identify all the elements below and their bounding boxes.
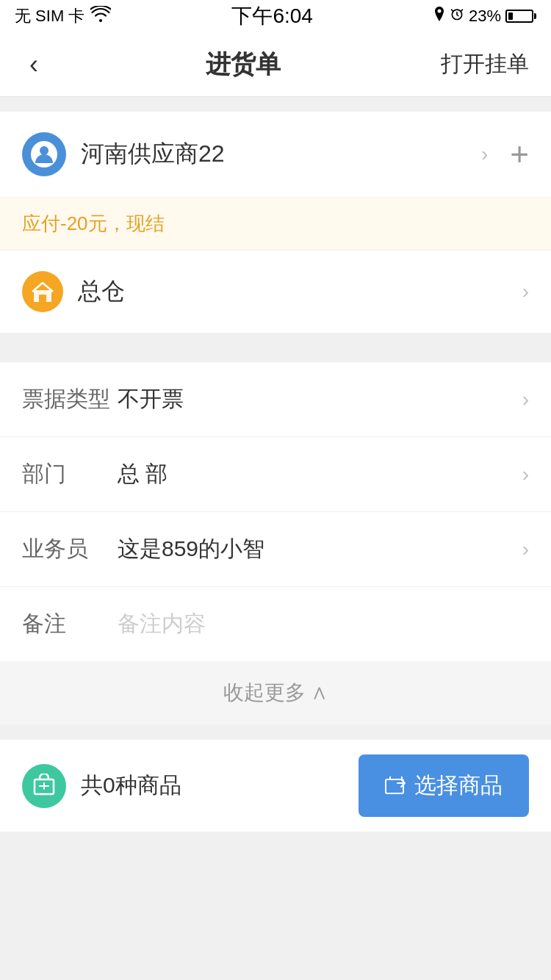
wifi-icon bbox=[90, 6, 111, 26]
invoice-value: 不开票 bbox=[118, 384, 522, 414]
supplier-section: 河南供应商22 › + 应付-20元，现结 总仓 › bbox=[0, 112, 551, 333]
dept-row[interactable]: 部门 总 部 › bbox=[0, 437, 551, 512]
status-left: 无 SIM 卡 bbox=[15, 5, 111, 27]
salesperson-arrow-icon: › bbox=[522, 538, 529, 561]
product-icon-wrap bbox=[22, 764, 66, 808]
dept-label: 部门 bbox=[22, 459, 118, 489]
section-gap-2 bbox=[0, 333, 551, 347]
status-time: 下午6:04 bbox=[231, 2, 313, 30]
open-pending-button[interactable]: 打开挂单 bbox=[441, 49, 529, 79]
product-count: 共0种商品 bbox=[81, 771, 359, 801]
cart-icon bbox=[32, 774, 57, 799]
dept-value: 总 部 bbox=[118, 459, 522, 489]
supplier-avatar bbox=[22, 132, 66, 176]
battery-percent: 23% bbox=[469, 7, 501, 26]
page-title: 进货单 bbox=[206, 48, 281, 82]
warehouse-label: 总仓 bbox=[78, 275, 522, 308]
svg-rect-4 bbox=[39, 295, 46, 302]
battery-icon bbox=[505, 10, 536, 23]
invoice-row[interactable]: 票据类型 不开票 › bbox=[0, 362, 551, 437]
dept-arrow-icon: › bbox=[522, 463, 529, 486]
notice-text: 应付-20元，现结 bbox=[22, 212, 165, 234]
collapse-row[interactable]: 收起更多 ∧ bbox=[0, 661, 551, 724]
warehouse-row[interactable]: 总仓 › bbox=[0, 250, 551, 333]
back-button[interactable]: ‹ bbox=[22, 42, 46, 87]
person-icon bbox=[34, 144, 54, 165]
svg-point-0 bbox=[437, 10, 441, 13]
notice-row: 应付-20元，现结 bbox=[0, 198, 551, 250]
remark-row[interactable]: 备注 备注内容 bbox=[0, 587, 551, 661]
remark-label: 备注 bbox=[22, 609, 118, 639]
supplier-row[interactable]: 河南供应商22 › + bbox=[0, 112, 551, 198]
warehouse-icon bbox=[31, 280, 54, 303]
invoice-label: 票据类型 bbox=[22, 384, 118, 414]
location-icon bbox=[433, 7, 445, 26]
salesperson-label: 业务员 bbox=[22, 534, 118, 564]
form-section: 票据类型 不开票 › 部门 总 部 › 业务员 这是859的小智 › 备注 备注… bbox=[0, 362, 551, 661]
warehouse-icon-wrap bbox=[22, 271, 63, 312]
status-bar: 无 SIM 卡 下午6:04 23% bbox=[0, 0, 551, 32]
select-product-label: 选择商品 bbox=[414, 771, 503, 801]
nav-bar: ‹ 进货单 打开挂单 bbox=[0, 32, 551, 97]
supplier-name: 河南供应商22 bbox=[81, 138, 481, 170]
remark-input[interactable]: 备注内容 bbox=[118, 609, 529, 639]
select-product-button[interactable]: 选择商品 bbox=[359, 754, 529, 817]
status-right: 23% bbox=[433, 7, 536, 26]
svg-point-2 bbox=[40, 146, 48, 155]
section-gap-3 bbox=[0, 724, 551, 739]
select-product-icon bbox=[385, 777, 407, 796]
warehouse-arrow-icon: › bbox=[522, 280, 529, 303]
salesperson-row[interactable]: 业务员 这是859的小智 › bbox=[0, 512, 551, 587]
main-content: 河南供应商22 › + 应付-20元，现结 总仓 › 票据类型 bbox=[0, 97, 551, 980]
section-gap-1 bbox=[0, 97, 551, 112]
alarm-icon bbox=[450, 7, 464, 26]
invoice-arrow-icon: › bbox=[522, 388, 529, 411]
carrier-label: 无 SIM 卡 bbox=[15, 5, 84, 27]
salesperson-value: 这是859的小智 bbox=[118, 534, 522, 564]
collapse-label: 收起更多 ∧ bbox=[223, 681, 328, 704]
supplier-arrow-icon: › bbox=[481, 143, 488, 166]
add-supplier-button[interactable]: + bbox=[510, 138, 529, 170]
bottom-bar: 共0种商品 选择商品 bbox=[0, 739, 551, 832]
